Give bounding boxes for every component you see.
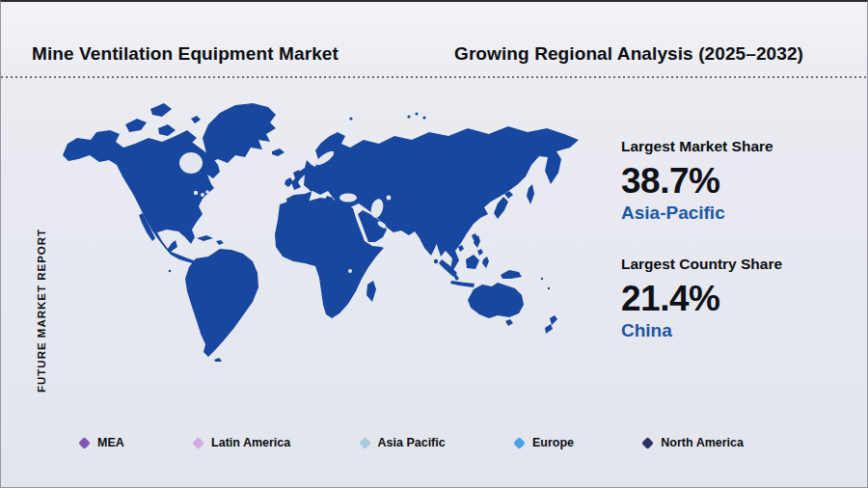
world-map-container bbox=[62, 95, 583, 362]
map-java bbox=[450, 281, 475, 287]
map-new-zealand bbox=[545, 315, 557, 334]
map-island-dot bbox=[422, 116, 425, 119]
legend-marker-diamond bbox=[192, 437, 204, 449]
dotted-separator bbox=[1, 76, 867, 78]
page-title: Mine Ventilation Equipment Market bbox=[32, 43, 339, 65]
brand-vertical-text: FUTURE MARKET REPORT bbox=[33, 226, 50, 395]
map-borneo bbox=[466, 255, 479, 269]
legend-item-latin-america: Latin America bbox=[194, 436, 290, 449]
legend-label: MEA bbox=[97, 436, 124, 449]
map-sakhalin bbox=[527, 184, 534, 204]
map-island-dot bbox=[407, 115, 410, 118]
legend-label: Asia Pacific bbox=[378, 436, 446, 449]
stat-label: Largest Market Share bbox=[621, 138, 862, 156]
map-island-dot bbox=[548, 287, 550, 289]
map-island-dot bbox=[349, 117, 352, 120]
stat-label: Largest Country Share bbox=[621, 256, 862, 274]
legend-item-north-america: North America bbox=[643, 436, 744, 449]
legend-marker-diamond bbox=[513, 437, 526, 449]
map-hudson-bay bbox=[179, 152, 203, 174]
map-island-dot bbox=[415, 112, 418, 115]
stat-value: 21.4% bbox=[621, 281, 862, 318]
map-caribbean bbox=[197, 235, 224, 245]
map-great-lake bbox=[201, 193, 204, 197]
map-australia bbox=[468, 283, 524, 326]
map-ireland bbox=[285, 177, 293, 187]
legend-marker-diamond bbox=[359, 437, 371, 449]
map-aral-sea bbox=[387, 196, 392, 201]
legend-item-europe: Europe bbox=[515, 436, 574, 449]
stat-largest-country-share: Largest Country Share 21.4% China bbox=[621, 256, 862, 342]
map-sri-lanka bbox=[434, 259, 438, 263]
legend-item-asia-pacific: Asia Pacific bbox=[361, 436, 446, 449]
map-arctic-islands bbox=[125, 103, 201, 146]
legend-marker-diamond bbox=[641, 437, 654, 449]
page-subtitle: Growing Regional Analysis (2025–2032) bbox=[454, 43, 803, 65]
map-south-america bbox=[185, 249, 258, 362]
map-great-lake bbox=[205, 190, 209, 194]
map-madagascar bbox=[366, 281, 376, 302]
stat-largest-market-share: Largest Market Share 38.7% Asia-Pacific bbox=[621, 138, 862, 225]
map-north-america bbox=[63, 130, 220, 267]
map-lake-victoria bbox=[348, 269, 352, 273]
map-greenland bbox=[203, 103, 276, 163]
world-map-land bbox=[63, 103, 579, 362]
map-new-guinea bbox=[501, 270, 522, 279]
legend-label: North America bbox=[661, 436, 744, 449]
map-iceland bbox=[272, 149, 285, 156]
map-island-dot bbox=[169, 270, 172, 273]
world-map bbox=[62, 95, 583, 362]
legend-marker-diamond bbox=[78, 437, 91, 449]
stat-value: 38.7% bbox=[621, 163, 862, 201]
infographic-frame: Mine Ventilation Equipment Market Growin… bbox=[0, 0, 868, 488]
map-great-lake bbox=[194, 191, 198, 195]
legend-item-mea: MEA bbox=[80, 436, 124, 449]
map-philippines bbox=[474, 235, 483, 256]
map-black-sea bbox=[339, 194, 357, 203]
map-sulawesi bbox=[482, 257, 489, 268]
legend-label: Europe bbox=[532, 436, 574, 449]
stat-region: Asia-Pacific bbox=[621, 203, 862, 225]
legend-label: Latin America bbox=[211, 436, 290, 449]
stat-region: China bbox=[621, 320, 862, 342]
map-island-dot bbox=[541, 278, 543, 280]
legend: MEA Latin America Asia Pacific Europe No… bbox=[80, 433, 744, 452]
